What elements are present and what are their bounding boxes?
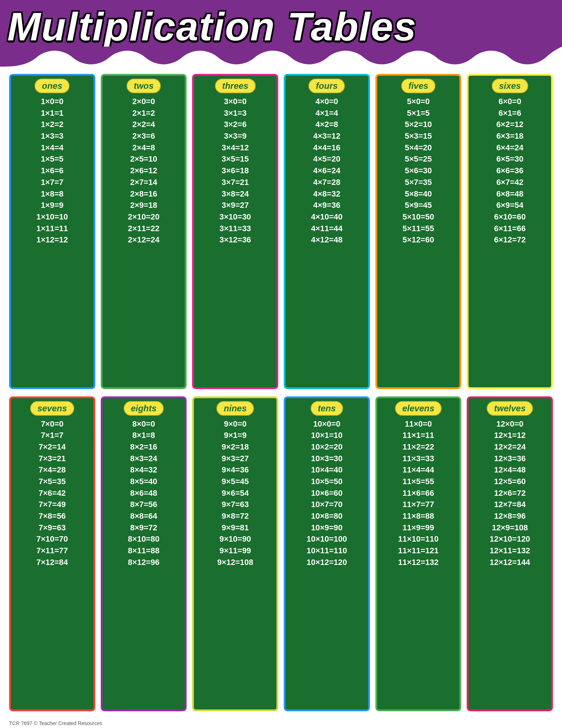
equation-sevens-5: 7×5=35 <box>39 476 66 487</box>
equations-sixes: 6×0=06×1=66×2=126×3=186×4=246×5=306×6=36… <box>471 96 549 245</box>
equation-eights-0: 8×0=0 <box>132 419 155 430</box>
equation-twos-8: 2×8=16 <box>130 189 158 199</box>
equation-elevens-6: 11×6=66 <box>403 488 434 499</box>
equations-fives: 5×0=05×1=55×2=105×3=155×4=205×5=255×6=30… <box>379 96 458 245</box>
equations-nines: 9×0=09×1=99×2=189×3=279×4=369×5=459×6=54… <box>196 419 274 568</box>
table-card-sixes: sixes6×0=06×1=66×2=126×3=186×4=246×5=306… <box>467 74 553 389</box>
table-label-tens: tens <box>311 401 343 416</box>
equation-threes-8: 3×8=24 <box>222 189 249 199</box>
equation-sevens-8: 7×8=56 <box>39 511 66 522</box>
equation-threes-4: 3×4=12 <box>222 142 249 153</box>
wave-separator <box>0 47 562 67</box>
equation-sixes-8: 6×8=48 <box>496 189 523 199</box>
equation-sixes-7: 6×7=42 <box>496 177 523 188</box>
equation-ones-3: 1×3=3 <box>41 131 63 142</box>
equation-nines-1: 9×1=9 <box>224 430 246 441</box>
table-label-elevens: elevens <box>395 401 442 416</box>
equation-ones-2: 1×2=2 <box>41 119 63 130</box>
equation-nines-7: 9×7=63 <box>222 499 249 510</box>
equation-fives-2: 5×2=10 <box>405 119 432 130</box>
equations-twelves: 12×0=012×1=1212×2=2412×3=3612×4=4812×5=6… <box>471 419 549 568</box>
equations-eights: 8×0=08×1=88×2=168×3=248×4=328×5=408×6=48… <box>105 419 183 568</box>
equation-ones-12: 1×12=12 <box>36 234 68 245</box>
equation-nines-4: 9×4=36 <box>222 464 249 475</box>
equation-fours-10: 4×10=40 <box>311 211 343 222</box>
equation-fours-7: 4×7=28 <box>313 177 340 188</box>
equation-tens-12: 10×12=120 <box>307 557 347 568</box>
equation-twelves-8: 12×8=96 <box>494 511 526 522</box>
table-label-sixes: sixes <box>492 79 528 93</box>
equation-sevens-2: 7×2=14 <box>39 442 66 452</box>
equation-tens-11: 10×11=110 <box>307 545 347 556</box>
header: Multiplication Tables <box>0 0 562 47</box>
equation-fours-0: 4×0=0 <box>315 96 338 107</box>
equation-elevens-0: 11×0=0 <box>405 419 432 430</box>
table-label-fives: fives <box>401 79 436 93</box>
equation-sixes-3: 6×3=18 <box>496 131 523 142</box>
equations-threes: 3×0=03×1=33×2=63×3=93×4=123×5=153×6=183×… <box>196 96 274 245</box>
equation-nines-8: 9×8=72 <box>222 511 249 522</box>
equation-eights-11: 8×11=88 <box>128 545 160 556</box>
table-label-sevens: sevens <box>30 401 74 416</box>
equation-ones-7: 1×7=7 <box>41 177 63 188</box>
equation-tens-0: 10×0=0 <box>313 419 340 430</box>
equation-twelves-5: 12×5=60 <box>494 476 526 487</box>
equation-threes-11: 3×11=33 <box>219 223 251 234</box>
equation-nines-12: 9×12=108 <box>217 557 253 568</box>
equation-sevens-0: 7×0=0 <box>41 419 63 430</box>
equation-tens-4: 10×4=40 <box>311 464 343 475</box>
equation-eights-12: 8×12=96 <box>128 557 160 568</box>
table-label-nines: nines <box>216 401 254 416</box>
equation-sixes-6: 6×6=36 <box>496 165 523 176</box>
equation-twelves-3: 12×3=36 <box>494 453 526 464</box>
equation-fours-11: 4×11=44 <box>311 223 343 234</box>
equation-twelves-11: 12×11=132 <box>490 545 530 556</box>
table-card-ones: ones1×0=01×1=11×2=21×3=31×4=41×5=51×6=61… <box>9 74 95 389</box>
equation-fours-4: 4×4=16 <box>313 142 340 153</box>
equation-threes-6: 3×6=18 <box>222 165 249 176</box>
equation-tens-5: 10×5=50 <box>311 476 343 487</box>
equation-twos-0: 2×0=0 <box>132 96 155 107</box>
equations-twos: 2×0=02×1=22×2=42×3=62×4=82×5=102×6=122×7… <box>105 96 183 245</box>
equation-twos-5: 2×5=10 <box>130 154 158 165</box>
equation-nines-3: 9×3=27 <box>222 453 249 464</box>
equation-eights-1: 8×1=8 <box>132 430 155 441</box>
equation-eights-4: 8×4=32 <box>130 464 158 475</box>
equation-sixes-1: 6×1=6 <box>498 108 521 119</box>
equation-eights-3: 8×3=24 <box>130 453 158 464</box>
equation-fives-10: 5×10=50 <box>403 211 434 222</box>
equation-sixes-5: 6×5=30 <box>496 154 523 165</box>
equation-elevens-8: 11×8=88 <box>403 511 434 522</box>
equation-eights-7: 8×7=56 <box>130 499 158 510</box>
equations-fours: 4×0=04×1=44×2=84×3=124×4=164×5=204×6=244… <box>288 96 366 245</box>
equation-twos-4: 2×4=8 <box>132 142 155 153</box>
equation-twos-3: 2×3=6 <box>132 131 155 142</box>
equation-fours-3: 4×3=12 <box>313 131 340 142</box>
equations-tens: 10×0=010×1=1010×2=2010×3=3010×4=4010×5=5… <box>288 419 366 568</box>
equation-twos-1: 2×1=2 <box>132 108 155 119</box>
equation-twelves-1: 12×1=12 <box>494 430 526 441</box>
equation-sevens-1: 7×1=7 <box>41 430 63 441</box>
tables-area: ones1×0=01×1=11×2=21×3=31×4=41×5=51×6=61… <box>0 67 562 719</box>
equation-ones-8: 1×8=8 <box>41 189 63 199</box>
equation-tens-7: 10×7=70 <box>311 499 343 510</box>
equation-sixes-11: 6×11=66 <box>494 223 526 234</box>
equation-nines-5: 9×5=45 <box>222 476 249 487</box>
equation-fours-12: 4×12=48 <box>311 234 343 245</box>
equation-tens-8: 10×8=80 <box>311 511 343 522</box>
equation-fours-1: 4×1=4 <box>315 108 338 119</box>
equation-twelves-12: 12×12=144 <box>490 557 530 568</box>
table-label-fours: fours <box>308 79 345 93</box>
equation-threes-0: 3×0=0 <box>224 96 246 107</box>
equation-fives-12: 5×12=60 <box>403 234 434 245</box>
equation-twos-12: 2×12=24 <box>128 234 160 245</box>
wave-svg <box>0 47 562 67</box>
equation-eights-9: 8×9=72 <box>130 522 158 533</box>
equation-elevens-3: 11×3=33 <box>403 453 434 464</box>
equation-nines-0: 9×0=0 <box>224 419 246 430</box>
equation-fives-0: 5×0=0 <box>407 96 430 107</box>
table-label-eights: eights <box>124 401 164 416</box>
table-card-elevens: elevens11×0=011×1=1111×2=2211×3=3311×4=4… <box>375 396 462 712</box>
equation-fours-8: 4×8=32 <box>313 189 340 199</box>
equation-sevens-6: 7×6=42 <box>39 488 66 499</box>
